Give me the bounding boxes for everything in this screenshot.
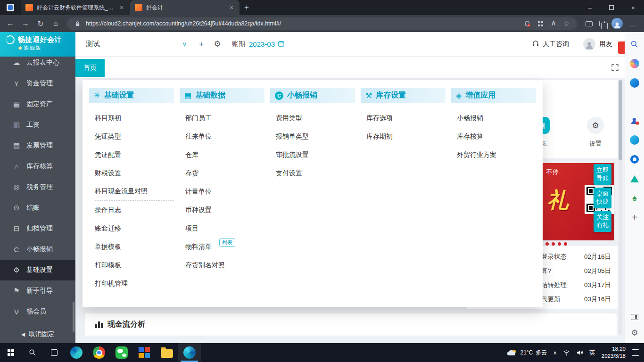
rail-discover-icon[interactable] bbox=[630, 78, 639, 88]
menu-item[interactable]: 存货别名对照 bbox=[185, 256, 264, 274]
rail-skype-icon[interactable] bbox=[630, 135, 639, 145]
desktop-shortcut-button[interactable]: 桌面快捷 bbox=[594, 188, 611, 208]
menu-item[interactable]: 物料清单列表 bbox=[185, 238, 264, 256]
sidebar-item-basic-settings[interactable]: ⚙基础设置 bbox=[0, 260, 75, 280]
todo-item[interactable]: 登录状态02月16日 bbox=[541, 250, 611, 264]
collections-icon[interactable] bbox=[599, 21, 605, 26]
taskbar-app-chrome[interactable] bbox=[88, 343, 110, 362]
account-set-selector[interactable]: 测试 ∨ bbox=[75, 40, 193, 49]
unpin-sidebar-button[interactable]: ◀ 取消固定 bbox=[0, 330, 75, 338]
todo-item[interactable]: 代更新03月16日 bbox=[541, 292, 611, 306]
taskbar-clock[interactable]: 18:20 2023/3/18 bbox=[602, 346, 626, 360]
sidebar-item-cloud-reports[interactable]: ☁云报表中心 bbox=[0, 57, 75, 73]
browser-tab-1[interactable]: 好会计云财务软件管理系统_会计 × bbox=[21, 0, 130, 15]
new-tab-button[interactable]: + bbox=[239, 0, 254, 15]
menu-item[interactable]: 凭证配置 bbox=[95, 146, 174, 164]
account-settings-gear-icon[interactable]: ⚙ bbox=[209, 39, 225, 49]
carousel-dot[interactable] bbox=[564, 242, 567, 246]
sidebar-scrollbar-thumb[interactable] bbox=[73, 302, 74, 332]
live-support-button[interactable]: 人工咨询 bbox=[532, 40, 569, 49]
sidebar-item-membership[interactable]: V畅会员 bbox=[0, 301, 75, 322]
task-view-button[interactable] bbox=[43, 343, 65, 362]
period-picker[interactable]: 2023-03 bbox=[249, 40, 285, 49]
menu-item[interactable]: 单据模板 bbox=[95, 238, 174, 256]
workspaces-icon[interactable] bbox=[7, 4, 14, 11]
action-center-icon[interactable] bbox=[632, 349, 639, 356]
taskbar-app-explorer[interactable] bbox=[156, 343, 178, 362]
tab-home[interactable]: 首页 bbox=[75, 59, 105, 77]
sidebar-item-reimburse[interactable]: C小畅报销 bbox=[0, 239, 75, 260]
menu-item[interactable]: 库存核算 bbox=[457, 127, 536, 146]
rail-outlook-icon[interactable] bbox=[630, 155, 639, 164]
weather-widget[interactable]: 21°C 多云 bbox=[507, 349, 547, 357]
menu-item[interactable]: 审批流设置 bbox=[276, 146, 355, 164]
split-screen-icon[interactable] bbox=[586, 21, 593, 26]
menu-item[interactable]: 币种设置 bbox=[185, 201, 264, 219]
tab-close-icon[interactable]: × bbox=[117, 3, 126, 12]
window-close-button[interactable]: × bbox=[622, 0, 644, 15]
menu-item[interactable]: 打印模板 bbox=[95, 256, 174, 274]
rail-add-icon[interactable]: + bbox=[630, 213, 639, 222]
menu-item[interactable]: 支付设置 bbox=[276, 164, 355, 182]
quick-settings-gear-icon[interactable]: ⚙ bbox=[587, 117, 604, 134]
promo-ribbon[interactable] bbox=[618, 41, 625, 54]
menu-item[interactable]: 计量单位 bbox=[185, 182, 264, 201]
menu-item[interactable]: 费用类型 bbox=[276, 109, 355, 127]
rail-customize-icon[interactable] bbox=[630, 312, 639, 321]
fullscreen-icon[interactable] bbox=[610, 62, 620, 73]
taskbar-app-office[interactable] bbox=[133, 343, 156, 362]
tab-close-icon[interactable]: × bbox=[227, 3, 236, 12]
favorite-star-icon[interactable]: ☆ bbox=[562, 19, 571, 28]
menu-item[interactable]: 财税设置 bbox=[95, 164, 174, 182]
user-menu[interactable]: 用友 bbox=[583, 38, 612, 50]
menu-item[interactable]: 库存期初 bbox=[366, 127, 446, 146]
follow-gift-button[interactable]: 关注有礼 bbox=[594, 211, 611, 232]
taskbar-app-wechat[interactable] bbox=[110, 343, 133, 362]
sidebar-item-inventory[interactable]: ⌂库存核算 bbox=[0, 156, 75, 177]
sidebar-item-invoices[interactable]: ▤发票管理 bbox=[0, 135, 75, 156]
forward-button[interactable]: → bbox=[19, 17, 32, 30]
sidebar-item-payroll[interactable]: ▥工资 bbox=[0, 115, 75, 135]
sidebar-item-funds[interactable]: ¥资金管理 bbox=[0, 73, 75, 94]
content-scrollbar-thumb[interactable] bbox=[619, 80, 622, 160]
sidebar-item-archive[interactable]: ⊟归档管理 bbox=[0, 218, 75, 239]
address-bar[interactable]: https://cloud2.chanjet.com/accounting/uh… bbox=[67, 17, 577, 30]
network-icon[interactable] bbox=[563, 350, 570, 356]
rail-search-icon[interactable] bbox=[630, 40, 639, 49]
rail-settings-gear-icon[interactable]: ⚙ bbox=[630, 328, 639, 337]
refresh-button[interactable]: ↻ bbox=[34, 17, 47, 30]
sidebar-item-beginner-guide[interactable]: ⚑新手引导 bbox=[0, 280, 75, 301]
taskbar-app-edge-dev[interactable] bbox=[65, 343, 88, 362]
menu-item[interactable]: 仓库 bbox=[185, 146, 264, 164]
menu-item[interactable]: 科目期初 bbox=[95, 109, 174, 127]
sidebar-item-tax[interactable]: ◎税务管理 bbox=[0, 177, 75, 197]
brand-block[interactable]: 畅捷通好会计 旗舰版 bbox=[0, 32, 75, 57]
rail-drop-icon[interactable] bbox=[630, 174, 639, 183]
notifications-blocked-icon[interactable] bbox=[522, 19, 532, 28]
menu-item[interactable]: 部门员工 bbox=[185, 109, 264, 127]
menu-item[interactable]: 打印机管理 bbox=[95, 274, 174, 293]
menu-item[interactable]: 报销单类型 bbox=[276, 127, 355, 146]
ime-indicator[interactable]: 英 bbox=[589, 349, 595, 357]
carousel-dot[interactable] bbox=[545, 242, 549, 246]
menu-item[interactable]: 凭证类型 bbox=[95, 127, 174, 146]
menu-item[interactable]: 账套迁移 bbox=[95, 219, 174, 238]
sidebar-item-closing[interactable]: ⊙结账 bbox=[0, 197, 75, 218]
menu-item[interactable]: 科目现金流量对照 bbox=[95, 182, 174, 201]
menu-item[interactable]: 操作日志 bbox=[95, 201, 174, 219]
todo-item[interactable]: 算?02月05日 bbox=[541, 264, 611, 278]
rail-microsoft365-icon[interactable] bbox=[630, 116, 639, 125]
taskbar-search-button[interactable] bbox=[22, 343, 43, 362]
import-now-button[interactable]: 立即导账 bbox=[594, 164, 611, 185]
volume-icon[interactable] bbox=[576, 349, 583, 356]
back-button[interactable]: ← bbox=[4, 17, 17, 30]
browser-menu-icon[interactable]: … bbox=[629, 20, 636, 28]
browser-profile-avatar[interactable] bbox=[611, 18, 623, 29]
copilot-icon[interactable] bbox=[630, 59, 639, 68]
add-account-set-button[interactable]: + bbox=[193, 40, 209, 49]
menu-item[interactable]: 项目 bbox=[185, 219, 264, 238]
rail-games-icon[interactable] bbox=[630, 98, 639, 106]
browser-tab-2-active[interactable]: 好会计 × bbox=[130, 0, 239, 15]
menu-item[interactable]: 外贸行业方案 bbox=[457, 146, 536, 164]
rail-solitaire-icon[interactable]: ♠ bbox=[630, 193, 639, 203]
